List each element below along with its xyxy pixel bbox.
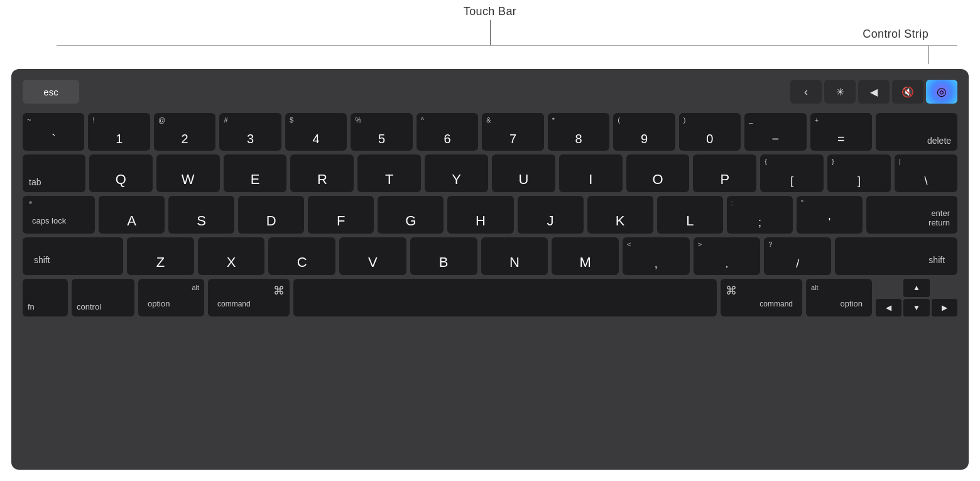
touchbar-row: esc ‹ ✳ ◀ 🔇 ◎ (23, 77, 957, 107)
key-p-label: P (721, 173, 730, 186)
fn-key[interactable]: fn (23, 279, 68, 316)
key-equals[interactable]: + = (810, 113, 872, 151)
key-i-label: I (589, 173, 592, 186)
controlstrip-annotation-line-v (928, 45, 928, 64)
key-lbracket[interactable]: { [ (760, 154, 824, 192)
right-option-key[interactable]: alt option (806, 279, 872, 316)
arrow-left-key[interactable]: ◀ (876, 299, 901, 317)
key-w[interactable]: W (156, 154, 220, 192)
key-b[interactable]: B (410, 237, 477, 275)
key-1-label: 1 (116, 132, 122, 145)
key-h-label: H (476, 214, 486, 228)
key-l[interactable]: L (657, 196, 723, 234)
shift-r-label: shift (928, 255, 951, 270)
key-3[interactable]: # 3 (219, 113, 281, 151)
key-5[interactable]: % 5 (351, 113, 412, 151)
esc-key[interactable]: esc (23, 80, 79, 104)
key-rows: ~ ` ! 1 @ 2 # 3 $ 4 % 5 (23, 113, 957, 316)
arrow-spacer2 (932, 279, 957, 297)
control-key[interactable]: control (72, 279, 134, 316)
arrow-right-key[interactable]: ▶ (932, 299, 957, 317)
key-backtick-label: ` (52, 132, 56, 145)
key-t-label: T (385, 173, 393, 186)
key-4[interactable]: $ 4 (285, 113, 347, 151)
control-label: control (77, 302, 101, 311)
right-command-key[interactable]: ⌘ command (721, 279, 802, 316)
cs-volume-key[interactable]: ◀ (858, 80, 890, 104)
space-key[interactable] (293, 279, 717, 316)
key-semicolon[interactable]: : ; (727, 196, 793, 234)
right-command-label: command (760, 300, 798, 313)
right-shift-key[interactable]: shift (835, 237, 957, 275)
enter-key[interactable]: enter return (866, 196, 957, 234)
control-strip: ‹ ✳ ◀ 🔇 ◎ (790, 80, 957, 104)
key-comma[interactable]: < , (623, 237, 690, 275)
tab-key[interactable]: tab (23, 154, 85, 192)
key-j-label: J (547, 214, 554, 228)
cs-chevron-key[interactable]: ‹ (790, 80, 822, 104)
key-v[interactable]: V (339, 237, 406, 275)
key-9[interactable]: ( 9 (613, 113, 675, 151)
key-e[interactable]: E (224, 154, 287, 192)
key-z[interactable]: Z (127, 237, 194, 275)
key-at-label: @ (158, 116, 165, 124)
key-2[interactable]: @ 2 (154, 113, 215, 151)
key-f[interactable]: F (308, 196, 374, 234)
key-6[interactable]: ^ 6 (416, 113, 478, 151)
brightness-icon: ✳ (836, 86, 844, 98)
touchbar-annotation-line-v (490, 20, 491, 45)
key-colon-label: : (731, 199, 733, 207)
left-option-key[interactable]: alt option (138, 279, 204, 316)
key-backtick[interactable]: ~ ` (23, 113, 84, 151)
mute-icon: 🔇 (901, 86, 914, 98)
key-slash[interactable]: ? / (764, 237, 831, 275)
key-s[interactable]: S (168, 196, 234, 234)
number-row: ~ ` ! 1 @ 2 # 3 $ 4 % 5 (23, 113, 957, 151)
arrow-up-key[interactable]: ▲ (903, 279, 929, 297)
cs-brightness-key[interactable]: ✳ (824, 80, 856, 104)
cs-mute-key[interactable]: 🔇 (892, 80, 923, 104)
key-quote[interactable]: " ' (797, 196, 863, 234)
key-u[interactable]: U (492, 154, 555, 192)
key-i[interactable]: I (559, 154, 623, 192)
arrow-down-key[interactable]: ▼ (903, 299, 929, 317)
key-a[interactable]: A (99, 196, 165, 234)
left-shift-key[interactable]: shift (23, 237, 123, 275)
key-8[interactable]: * 8 (548, 113, 609, 151)
key-minus-label: − (772, 132, 780, 145)
key-c[interactable]: C (268, 237, 335, 275)
key-x[interactable]: X (198, 237, 265, 275)
cs-siri-key[interactable]: ◎ (926, 80, 957, 104)
key-h[interactable]: H (447, 196, 513, 234)
volume-icon: ◀ (870, 86, 878, 98)
key-0[interactable]: ) 0 (679, 113, 741, 151)
key-o[interactable]: O (626, 154, 690, 192)
key-y[interactable]: Y (425, 154, 488, 192)
key-q[interactable]: Q (89, 154, 153, 192)
key-n[interactable]: N (481, 237, 548, 275)
key-m[interactable]: M (552, 237, 619, 275)
key-y-label: Y (452, 173, 461, 186)
key-9-label: 9 (641, 132, 648, 145)
key-exclaim-label: ! (92, 116, 94, 124)
key-7[interactable]: & 7 (482, 113, 543, 151)
key-minus[interactable]: _ − (744, 113, 806, 151)
key-j[interactable]: J (518, 196, 584, 234)
key-p[interactable]: P (693, 154, 756, 192)
key-v-label: V (368, 256, 378, 269)
key-g[interactable]: G (378, 196, 444, 234)
key-1[interactable]: ! 1 (88, 113, 150, 151)
key-r-label: R (317, 173, 327, 186)
left-command-key[interactable]: ⌘ command (208, 279, 290, 316)
key-t[interactable]: T (357, 154, 421, 192)
caps-row: caps lock A S D F G H J K L : ; " ' ente… (23, 196, 957, 234)
delete-key[interactable]: delete (876, 113, 957, 151)
key-backslash[interactable]: | \ (895, 154, 957, 192)
key-rbracket[interactable]: } ] (827, 154, 891, 192)
caps-lock-key[interactable]: caps lock (23, 196, 95, 234)
key-k[interactable]: K (587, 196, 653, 234)
key-period[interactable]: > . (694, 237, 761, 275)
key-r[interactable]: R (290, 154, 354, 192)
key-d[interactable]: D (238, 196, 304, 234)
key-4-label: 4 (313, 132, 320, 145)
